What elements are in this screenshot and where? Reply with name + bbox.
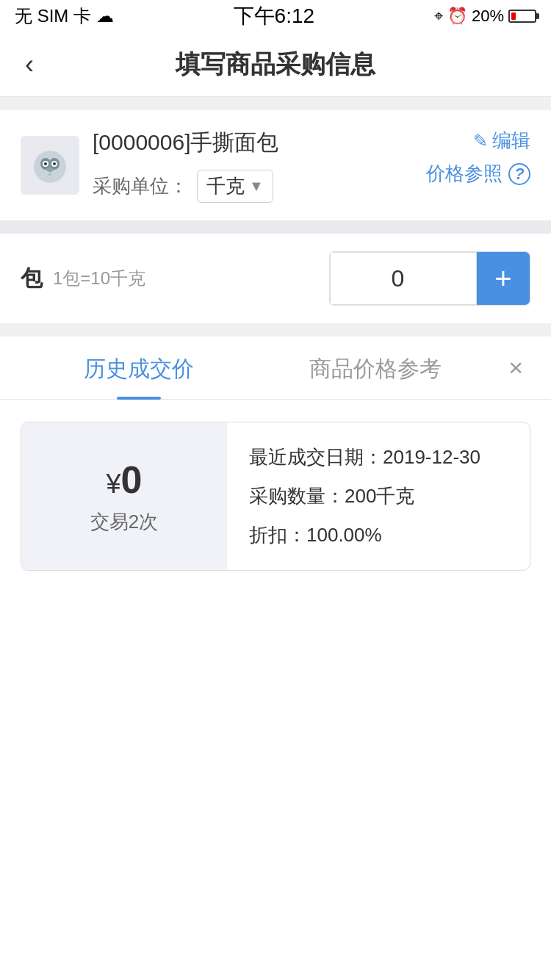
product-section: [0000006]手撕面包 采购单位： 千克 ▼ ✎ 编辑 价格参照 ? bbox=[0, 110, 551, 220]
purchase-quantity-row: 采购数量：200千克 bbox=[249, 482, 508, 511]
tab-bar: 历史成交价 商品价格参考 × bbox=[0, 336, 551, 400]
quantity-input-group: + bbox=[329, 251, 530, 306]
discount-value: 100.00% bbox=[306, 524, 382, 546]
recent-date-row: 最近成交日期：2019-12-30 bbox=[249, 443, 508, 472]
purchase-quantity-value: 200千克 bbox=[345, 485, 414, 507]
product-thumb-icon bbox=[28, 143, 72, 187]
svg-point-5 bbox=[44, 162, 47, 165]
svg-point-7 bbox=[46, 167, 54, 172]
edit-label: 编辑 bbox=[492, 128, 530, 154]
tab-product-price-reference[interactable]: 商品价格参考 bbox=[257, 336, 494, 399]
discount-row: 折扣：100.00% bbox=[249, 521, 508, 550]
price-ref-label: 价格参照 bbox=[426, 161, 503, 187]
battery-percent: 20% bbox=[472, 7, 504, 26]
recent-date-label: 最近成交日期： bbox=[249, 446, 383, 468]
location-icon: ⌖ bbox=[434, 7, 443, 26]
quantity-plus-button[interactable]: + bbox=[477, 252, 530, 305]
product-right: ✎ 编辑 价格参照 ? bbox=[426, 128, 530, 187]
recent-date-value: 2019-12-30 bbox=[383, 446, 480, 468]
product-info: [0000006]手撕面包 采购单位： 千克 ▼ bbox=[93, 128, 278, 203]
purchase-quantity-label: 采购数量： bbox=[249, 485, 345, 507]
battery-icon bbox=[508, 10, 536, 23]
nav-bar: ‹ 填写商品采购信息 bbox=[0, 32, 551, 97]
unit-dropdown[interactable]: 千克 ▼ bbox=[197, 170, 273, 203]
quantity-label-group: 包 1包=10千克 bbox=[21, 264, 145, 294]
unit-value: 千克 bbox=[206, 173, 245, 199]
status-left: 无 SIM 卡 ☁ bbox=[15, 4, 114, 28]
quantity-hint: 1包=10千克 bbox=[53, 267, 145, 290]
product-header: [0000006]手撕面包 采购单位： 千克 ▼ ✎ 编辑 价格参照 ? bbox=[21, 128, 530, 203]
tab-close-button[interactable]: × bbox=[501, 346, 530, 389]
quantity-unit-badge: 包 bbox=[21, 264, 43, 294]
bottom-area bbox=[0, 593, 551, 980]
svg-point-6 bbox=[53, 162, 56, 165]
status-bar: 无 SIM 卡 ☁ 下午6:12 ⌖ ⏰ 20% bbox=[0, 0, 551, 32]
product-unit-row: 采购单位： 千克 ▼ bbox=[93, 170, 278, 203]
status-time: 下午6:12 bbox=[234, 2, 315, 30]
tab-section: 历史成交价 商品价格参考 × ¥0 交易2次 最近成交日期：2019-12-30… bbox=[0, 336, 551, 593]
qty-input-wrapper: + bbox=[329, 251, 530, 306]
price-value: 0 bbox=[121, 458, 143, 501]
price-card: ¥0 交易2次 最近成交日期：2019-12-30 采购数量：200千克 折扣：… bbox=[21, 422, 530, 571]
alarm-icon: ⏰ bbox=[447, 7, 467, 26]
product-thumbnail bbox=[21, 136, 79, 195]
help-icon: ? bbox=[508, 163, 530, 185]
edit-button[interactable]: ✎ 编辑 bbox=[473, 128, 530, 154]
product-name: [0000006]手撕面包 bbox=[93, 128, 278, 158]
quantity-input[interactable] bbox=[330, 252, 477, 305]
tab-history-price[interactable]: 历史成交价 bbox=[21, 336, 257, 399]
sim-status: 无 SIM 卡 ☁ bbox=[15, 4, 114, 28]
status-right: ⌖ ⏰ 20% bbox=[434, 7, 536, 26]
product-left: [0000006]手撕面包 采购单位： 千克 ▼ bbox=[21, 128, 278, 203]
price-reference-button[interactable]: 价格参照 ? bbox=[426, 161, 530, 187]
price-trade-count: 交易2次 bbox=[90, 509, 158, 535]
section-divider bbox=[0, 220, 551, 234]
price-card-left: ¥0 交易2次 bbox=[21, 422, 227, 570]
price-card-right: 最近成交日期：2019-12-30 采购数量：200千克 折扣：100.00% bbox=[227, 422, 530, 570]
price-amount: ¥0 bbox=[107, 458, 143, 502]
edit-icon: ✎ bbox=[473, 131, 488, 151]
price-currency-symbol: ¥ bbox=[107, 469, 121, 499]
dropdown-arrow-icon: ▼ bbox=[249, 178, 264, 195]
history-price-content: ¥0 交易2次 最近成交日期：2019-12-30 采购数量：200千克 折扣：… bbox=[0, 400, 551, 593]
back-button[interactable]: ‹ bbox=[18, 42, 41, 87]
unit-label: 采购单位： bbox=[93, 173, 188, 199]
discount-label: 折扣： bbox=[249, 524, 306, 546]
quantity-section: 包 1包=10千克 + bbox=[0, 234, 551, 323]
page-title: 填写商品采购信息 bbox=[176, 48, 375, 82]
